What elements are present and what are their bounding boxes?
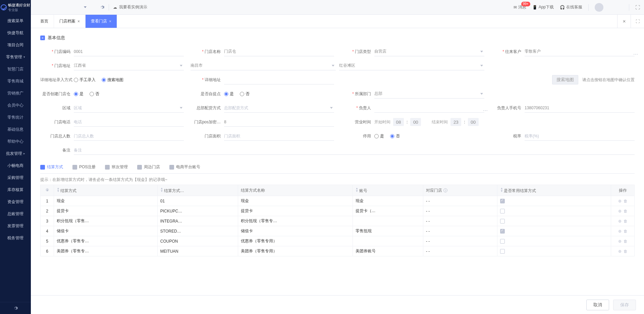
start-hour-input[interactable] xyxy=(393,118,404,126)
subtab[interactable]: 结算方式 xyxy=(40,164,63,170)
store-type-select[interactable] xyxy=(374,47,484,56)
leader-phone-input[interactable] xyxy=(525,103,635,113)
sidebar-subitem[interactable]: 营销推广 xyxy=(0,87,31,99)
radio-disable-no[interactable]: 否 xyxy=(390,133,400,139)
close-icon[interactable]: × xyxy=(109,19,111,24)
app-download-link[interactable]: 📱 App下载 xyxy=(532,4,554,10)
area-input[interactable] xyxy=(224,131,334,141)
th-gear[interactable] xyxy=(41,185,54,196)
close-icon[interactable]: × xyxy=(77,19,80,24)
radio-pickup-yes[interactable]: 是 xyxy=(224,91,234,97)
delete-row-icon[interactable]: 🗑 xyxy=(624,239,628,244)
delete-row-icon[interactable]: 🗑 xyxy=(624,209,628,213)
region-select[interactable] xyxy=(74,103,184,113)
sidebar-item[interactable]: 发票管理 xyxy=(0,220,31,232)
sidebar-settings[interactable] xyxy=(0,302,31,314)
sidebar-subitem[interactable]: 帮助中心 xyxy=(0,135,31,147)
table-row[interactable]: 3积分抵现（零售…INTEGRA…积分抵现（零售专…- -⊕🗑 xyxy=(41,216,635,226)
add-row-icon[interactable]: ⊕ xyxy=(618,219,622,224)
staff-input[interactable] xyxy=(74,131,184,141)
sidebar-subitem[interactable]: 会员中心 xyxy=(0,99,31,111)
th-store[interactable]: 对应门店? xyxy=(423,185,497,196)
th-method[interactable]: ▲▼结算方式 xyxy=(54,185,158,196)
radio-addr-manual[interactable]: 手工录入 xyxy=(74,77,96,83)
store-phone-input[interactable] xyxy=(74,117,184,127)
org-selector[interactable] xyxy=(35,6,95,8)
tab[interactable]: 首页 xyxy=(35,15,54,28)
demo-link[interactable]: ☁ 我要看实例演示 xyxy=(113,4,147,10)
sidebar-item[interactable]: 税务管理 xyxy=(0,232,31,244)
delete-row-icon[interactable]: 🗑 xyxy=(624,199,628,203)
delete-row-icon[interactable]: 🗑 xyxy=(624,219,628,224)
start-min-input[interactable] xyxy=(410,118,421,126)
tab[interactable]: 查看门店× xyxy=(86,15,117,28)
sidebar-subitem[interactable]: 零售统计 xyxy=(0,111,31,123)
th-common[interactable]: ▲▼是否常用结算方式 xyxy=(497,185,611,196)
store-name-input[interactable] xyxy=(224,47,334,56)
search-map-button[interactable]: 搜索地图 xyxy=(552,75,578,84)
close-tab-button[interactable]: ✕ xyxy=(617,15,631,28)
sidebar-item[interactable]: 库存核算 xyxy=(0,184,31,196)
detail-addr-input[interactable] xyxy=(224,75,334,84)
end-hour-input[interactable] xyxy=(450,118,461,126)
th-account[interactable]: ▲▼账号 xyxy=(353,185,423,196)
table-row[interactable]: 5优惠券（零售专…COUPON优惠券（零售专用）- -⊕🗑 xyxy=(41,236,635,246)
add-row-icon[interactable]: ⊕ xyxy=(618,209,622,213)
checkbox-icon[interactable] xyxy=(500,199,505,203)
sidebar-item[interactable]: 小畅电商 xyxy=(0,160,31,172)
table-row[interactable]: 4储值卡STORED…储值卡零售抵现- -⊕🗑 xyxy=(41,226,635,236)
online-service-link[interactable]: 🎧 在线客服 xyxy=(560,4,582,10)
checkbox-icon[interactable] xyxy=(500,249,505,254)
end-min-input[interactable] xyxy=(468,118,479,126)
sidebar-item[interactable]: 批发管理 xyxy=(0,147,31,160)
add-row-icon[interactable]: ⊕ xyxy=(618,199,622,203)
sidebar-item[interactable]: 资金管理 xyxy=(0,196,31,208)
save-button[interactable]: 保存 xyxy=(613,300,636,310)
checkbox-icon[interactable] xyxy=(500,219,505,224)
expand-tab-button[interactable]: ⛶ xyxy=(631,15,644,28)
sidebar-item[interactable]: 快捷导航 xyxy=(0,27,31,39)
radio-pickup-no[interactable]: 否 xyxy=(240,91,250,97)
subtab[interactable]: 周边门店 xyxy=(137,164,160,170)
subtab[interactable]: 电商平台账号 xyxy=(169,164,200,170)
province-select[interactable] xyxy=(74,61,184,70)
user-avatar[interactable] xyxy=(595,3,603,12)
dept-select[interactable] xyxy=(374,89,484,99)
delete-row-icon[interactable]: 🗑 xyxy=(624,249,628,254)
help-icon[interactable]: ? xyxy=(443,188,447,192)
remark-input[interactable] xyxy=(74,145,635,155)
subtab[interactable]: POS注册 xyxy=(72,164,96,170)
radio-wh-yes[interactable]: 是 xyxy=(74,91,84,97)
add-row-icon[interactable]: ⊕ xyxy=(618,239,622,244)
district-select[interactable] xyxy=(339,61,484,70)
radio-addr-map[interactable]: 搜索地图 xyxy=(102,77,123,83)
sidebar-item[interactable]: 总账管理 xyxy=(0,208,31,220)
tab[interactable]: 门店档案× xyxy=(54,15,86,28)
store-code-input[interactable] xyxy=(74,47,184,56)
table-row[interactable]: 1现金01现金现金- -⊕🗑 xyxy=(41,196,635,206)
cancel-button[interactable]: 取消 xyxy=(586,300,609,310)
sidebar-item[interactable]: 项目合同 xyxy=(0,39,31,51)
sidebar-item[interactable]: 零售管理 xyxy=(0,51,31,63)
add-row-icon[interactable]: ⊕ xyxy=(618,229,622,234)
delete-row-icon[interactable]: 🗑 xyxy=(624,229,628,234)
fullscreen-icon[interactable]: ⛶ xyxy=(635,5,640,10)
messages-link[interactable]: ✉ 消息 99+ xyxy=(514,4,526,10)
tax-input[interactable] xyxy=(525,131,635,141)
table-row[interactable]: 2提货卡PICKUPC…提货卡提货卡（…- -⊕🗑 xyxy=(41,206,635,216)
checkbox-icon[interactable] xyxy=(500,239,505,244)
dist-select[interactable] xyxy=(224,103,334,113)
table-row[interactable]: 6美团券（零售专…MEITUAN美团券（零售专用）美团券账号- -⊕🗑 xyxy=(41,246,635,256)
th-name[interactable]: 结算方式名称 xyxy=(238,185,353,196)
checkbox-icon[interactable] xyxy=(500,229,505,234)
customer-select[interactable] xyxy=(525,47,635,56)
checkbox-icon[interactable] xyxy=(500,209,505,213)
sidebar-subitem[interactable]: 智慧门店 xyxy=(0,63,31,75)
org-settings-icon[interactable] xyxy=(99,5,105,10)
radio-wh-no[interactable]: 否 xyxy=(90,91,99,97)
sidebar-subitem[interactable]: 零售商城 xyxy=(0,75,31,87)
th-code[interactable]: ▲▼结算方式… xyxy=(157,185,238,196)
subtab[interactable]: 班次管理 xyxy=(105,164,128,170)
sidebar-item[interactable]: 采购管理 xyxy=(0,172,31,184)
sidebar-item[interactable]: 搜索菜单 xyxy=(0,15,31,27)
